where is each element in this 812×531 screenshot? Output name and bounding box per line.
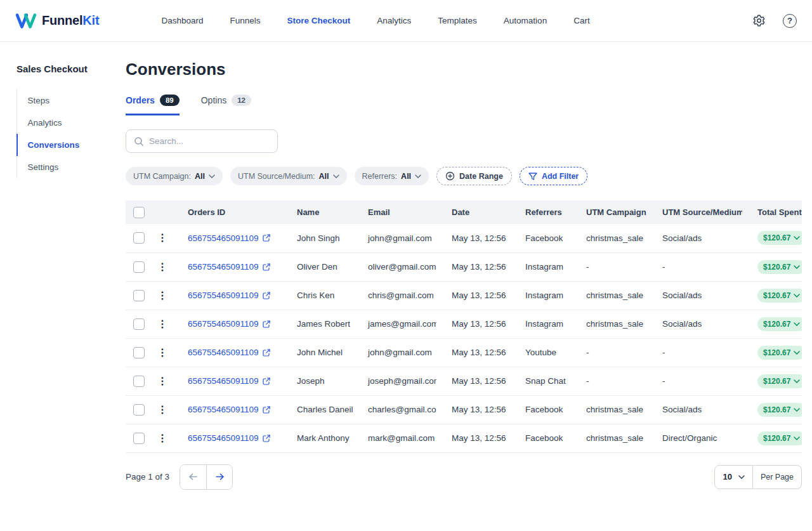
nav-item-store-checkout[interactable]: Store Checkout	[287, 16, 351, 25]
cell-email: john@gmail.com	[353, 224, 436, 252]
filter-utm-campaign-label: UTM Campaign:	[133, 172, 191, 181]
next-page-button[interactable]	[206, 465, 232, 489]
cell-email: chris@gmail.com	[353, 281, 436, 310]
order-id-link[interactable]: 656755465091109	[188, 405, 270, 414]
order-id-link[interactable]: 656755465091109	[188, 291, 270, 300]
row-actions-kebab-icon[interactable]: ⋮	[157, 404, 167, 415]
search-input[interactable]	[149, 136, 270, 146]
row-actions-kebab-icon[interactable]: ⋮	[157, 261, 167, 272]
order-id-link[interactable]: 656755465091109	[188, 433, 270, 443]
cell-referrer: Facebook	[510, 395, 571, 424]
row-checkbox[interactable]	[133, 376, 145, 387]
filter-bar: UTM Campaign: All UTM Source/Medium: All…	[126, 167, 802, 185]
cell-utm-source: Social/ads	[647, 281, 742, 310]
col-header-utm-source: UTM Source/Medium	[647, 200, 742, 224]
per-page-select[interactable]: 10	[714, 465, 752, 489]
row-checkbox[interactable]	[133, 347, 145, 358]
row-actions-kebab-icon[interactable]: ⋮	[157, 347, 167, 358]
nav-item-templates[interactable]: Templates	[438, 16, 477, 25]
date-range-button[interactable]: Date Range	[436, 167, 512, 185]
cell-referrer: Facebook	[510, 424, 571, 452]
total-spent-pill[interactable]: $120.67	[757, 346, 802, 360]
row-checkbox[interactable]	[133, 290, 145, 301]
cell-name: Mark Anthony	[282, 424, 353, 452]
total-spent-value: $120.67	[763, 405, 790, 414]
page-indicator: Page 1 of 3	[126, 472, 169, 482]
pagination-bar: Page 1 of 3 10 Per Page	[126, 464, 802, 490]
filter-referrers[interactable]: Referrers: All	[355, 167, 429, 185]
sidebar-item-analytics[interactable]: Analytics	[16, 112, 126, 134]
help-icon[interactable]: ?	[783, 14, 797, 28]
nav-item-cart[interactable]: Cart	[573, 16, 590, 25]
nav-item-automation[interactable]: Automation	[504, 16, 547, 25]
search-box	[126, 129, 278, 153]
cell-date: May 13, 12:56	[436, 252, 510, 281]
tab-orders-count-badge: 89	[160, 95, 180, 106]
date-range-label: Date Range	[459, 172, 503, 181]
sidebar: Sales Checkout Steps Analytics Conversio…	[0, 42, 126, 490]
cell-utm-campaign: christmas_sale	[571, 395, 647, 424]
cell-utm-campaign: christmas_sale	[571, 224, 647, 252]
select-all-checkbox[interactable]	[133, 207, 145, 218]
row-actions-kebab-icon[interactable]: ⋮	[157, 318, 167, 329]
total-spent-pill[interactable]: $120.67	[757, 317, 802, 331]
add-filter-button[interactable]: Add Filter	[520, 167, 587, 185]
total-spent-pill[interactable]: $120.67	[757, 231, 802, 245]
cell-name: John Singh	[282, 224, 353, 252]
external-link-icon	[263, 377, 270, 385]
order-id-text: 656755465091109	[188, 405, 259, 414]
col-header-referrers: Referrers	[510, 200, 571, 224]
cell-referrer: Snap Chat	[510, 367, 571, 395]
nav-item-analytics[interactable]: Analytics	[377, 16, 411, 25]
funnelkit-logo[interactable]: FunnelKit	[15, 13, 99, 29]
row-checkbox[interactable]	[133, 404, 145, 416]
per-page-label: Per Page	[753, 465, 802, 489]
tabs: Orders 89 Optins 12	[126, 95, 802, 115]
sidebar-item-steps[interactable]: Steps	[16, 89, 126, 112]
filter-utm-campaign-value: All	[195, 172, 205, 181]
row-checkbox[interactable]	[133, 433, 145, 444]
cell-utm-campaign: christmas_sale	[571, 281, 647, 310]
top-navbar: FunnelKit Dashboard Funnels Store Checko…	[0, 0, 812, 42]
row-actions-kebab-icon[interactable]: ⋮	[157, 232, 167, 243]
cell-email: mark@gmail.com	[353, 424, 436, 452]
chevron-down-icon	[794, 265, 800, 269]
row-checkbox[interactable]	[133, 318, 145, 330]
sidebar-item-settings[interactable]: Settings	[16, 156, 126, 178]
row-checkbox[interactable]	[133, 261, 145, 273]
settings-gear-icon[interactable]	[751, 13, 766, 29]
row-checkbox[interactable]	[133, 232, 145, 244]
nav-item-dashboard[interactable]: Dashboard	[161, 16, 203, 25]
tab-optins-count-badge: 12	[232, 95, 251, 106]
table-row: ⋮ 656755465091109 James R	[126, 310, 802, 338]
filter-utm-campaign[interactable]: UTM Campaign: All	[126, 167, 223, 185]
row-actions-kebab-icon[interactable]: ⋮	[157, 376, 167, 386]
total-spent-pill[interactable]: $120.67	[757, 260, 802, 274]
sidebar-item-conversions[interactable]: Conversions	[16, 134, 126, 156]
chevron-down-icon	[209, 174, 215, 178]
total-spent-pill[interactable]: $120.67	[757, 431, 802, 445]
order-id-link[interactable]: 656755465091109	[188, 376, 270, 386]
tab-optins[interactable]: Optins 12	[201, 95, 251, 115]
order-id-link[interactable]: 656755465091109	[188, 319, 270, 329]
total-spent-pill[interactable]: $120.67	[757, 374, 802, 388]
prev-page-button[interactable]	[180, 465, 206, 489]
row-actions-kebab-icon[interactable]: ⋮	[157, 433, 167, 443]
total-spent-value: $120.67	[763, 377, 790, 386]
cell-utm-source: -	[647, 252, 742, 281]
order-id-text: 656755465091109	[188, 233, 259, 243]
chevron-down-icon	[794, 294, 800, 298]
filter-utm-source[interactable]: UTM Source/Medium: All	[230, 167, 347, 185]
tab-orders[interactable]: Orders 89	[126, 95, 180, 115]
total-spent-pill[interactable]: $120.67	[757, 403, 802, 417]
order-id-link[interactable]: 656755465091109	[188, 348, 270, 357]
order-id-link[interactable]: 656755465091109	[188, 262, 270, 272]
chevron-down-icon	[415, 174, 421, 178]
nav-item-funnels[interactable]: Funnels	[230, 16, 260, 25]
total-spent-pill[interactable]: $120.67	[757, 289, 802, 303]
row-actions-kebab-icon[interactable]: ⋮	[157, 290, 167, 301]
cell-name: Joseph	[282, 367, 353, 395]
order-id-link[interactable]: 656755465091109	[188, 233, 270, 243]
cell-name: Chris Ken	[282, 281, 353, 310]
cell-utm-source: Direct/Organic	[647, 424, 742, 452]
